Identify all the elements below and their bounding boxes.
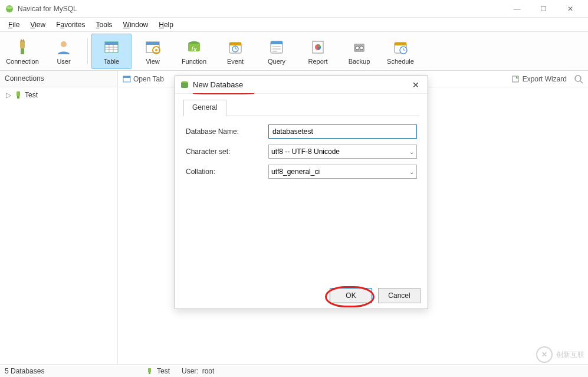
- svg-point-32: [356, 46, 359, 50]
- user-icon: [54, 38, 73, 57]
- expand-icon[interactable]: ▷: [5, 91, 12, 99]
- toolbar-user[interactable]: User: [44, 34, 84, 69]
- svg-rect-20: [229, 42, 241, 45]
- charset-value: utf8 -- UTF-8 Unicode: [271, 147, 340, 156]
- charset-label: Character set:: [186, 147, 268, 156]
- svg-rect-25: [271, 41, 282, 44]
- svg-point-16: [155, 49, 157, 51]
- dbname-input[interactable]: [268, 124, 417, 139]
- toolbar-label: Report: [308, 58, 327, 65]
- dbname-label: Database Name:: [186, 127, 268, 136]
- tab-general[interactable]: General: [183, 100, 226, 116]
- toolbar-event[interactable]: Event: [215, 34, 255, 69]
- menu-favorites[interactable]: Favorites: [51, 19, 90, 31]
- open-table-button[interactable]: Open Tab: [123, 75, 164, 83]
- svg-point-6: [61, 41, 67, 47]
- svg-line-43: [580, 81, 583, 83]
- menu-window[interactable]: Window: [119, 19, 153, 31]
- toolbar-query[interactable]: Query: [257, 34, 297, 69]
- new-database-dialog: New Database ✕ General Database Name: Ch…: [175, 76, 428, 309]
- chevron-down-icon: ⌄: [409, 149, 414, 155]
- watermark: ✕ 创新互联: [536, 346, 584, 363]
- toolbar-separator: [87, 38, 88, 64]
- svg-text:fx: fx: [191, 45, 197, 54]
- menubar: File View Favorites Tools Window Help: [0, 18, 588, 32]
- svg-rect-2: [20, 40, 25, 48]
- export-wizard-label: Export Wizard: [523, 75, 567, 83]
- database-icon: [180, 80, 189, 90]
- menu-file[interactable]: File: [4, 19, 24, 31]
- connections-header: Connections: [0, 71, 118, 87]
- svg-point-33: [360, 46, 363, 50]
- table-icon: [102, 38, 121, 57]
- svg-rect-45: [17, 96, 19, 99]
- toolbar-view[interactable]: View: [133, 34, 173, 69]
- svg-rect-46: [148, 368, 151, 372]
- collation-value: utf8_general_ci: [271, 168, 320, 176]
- chevron-down-icon: ⌄: [409, 169, 414, 175]
- connection-icon: [13, 38, 32, 57]
- svg-rect-3: [21, 48, 24, 54]
- schedule-icon: [391, 38, 410, 57]
- status-connection: Test: [157, 367, 170, 375]
- status-db-count: 5 Databases: [5, 367, 146, 375]
- svg-rect-44: [17, 91, 20, 96]
- toolbar-label: Function: [182, 58, 206, 65]
- open-table-label: Open Tab: [133, 75, 164, 83]
- toolbar-backup[interactable]: Backup: [339, 34, 379, 69]
- ok-button[interactable]: OK: [330, 288, 372, 303]
- app-icon: [5, 4, 14, 14]
- dialog-titlebar[interactable]: New Database ✕: [175, 76, 428, 94]
- titlebar: Navicat for MySQL — ☐ ✕: [0, 0, 588, 18]
- export-icon: [512, 75, 520, 83]
- toolbar-label: Table: [104, 58, 119, 65]
- toolbar-label: Connection: [6, 58, 39, 65]
- toolbar-connection[interactable]: Connection: [2, 34, 42, 69]
- menu-view[interactable]: View: [25, 19, 50, 31]
- toolbar-function[interactable]: fx Function: [174, 34, 214, 69]
- svg-rect-8: [105, 42, 118, 45]
- backup-icon: [350, 38, 369, 57]
- dialog-close-button[interactable]: ✕: [409, 78, 423, 92]
- open-table-icon: [123, 75, 131, 83]
- menu-help[interactable]: Help: [154, 19, 178, 31]
- menu-tools[interactable]: Tools: [91, 19, 117, 31]
- status-user-value: root: [202, 367, 215, 375]
- statusbar: 5 Databases Test User: root: [0, 364, 588, 377]
- svg-rect-14: [146, 42, 159, 45]
- minimize-button[interactable]: —: [504, 1, 530, 17]
- toolbar: Connection User Table View fx Function E…: [0, 32, 588, 71]
- window-title: Navicat for MySQL: [18, 5, 504, 13]
- toolbar-label: Backup: [349, 58, 370, 65]
- toolbar-label: Query: [268, 58, 285, 65]
- watermark-text: 创新互联: [556, 350, 584, 360]
- view-icon: [143, 38, 162, 57]
- toolbar-label: View: [146, 58, 160, 65]
- search-icon[interactable]: [574, 74, 583, 84]
- toolbar-schedule[interactable]: Schedule: [380, 34, 421, 69]
- collation-label: Collation:: [186, 168, 268, 176]
- toolbar-label: Schedule: [387, 58, 414, 65]
- close-button[interactable]: ✕: [557, 1, 583, 17]
- dialog-tabs: General: [183, 100, 419, 116]
- sidebar: ▷ Test: [0, 87, 118, 364]
- report-icon: [308, 38, 327, 57]
- svg-rect-47: [149, 372, 150, 374]
- tree-item-connection[interactable]: ▷ Test: [2, 90, 115, 100]
- export-wizard-button[interactable]: Export Wizard: [512, 75, 567, 83]
- watermark-logon-icon: ✕: [536, 346, 553, 363]
- tree-item-label: Test: [25, 91, 38, 99]
- connection-active-icon: [14, 91, 22, 99]
- svg-point-1: [6, 6, 12, 9]
- svg-rect-41: [513, 76, 518, 82]
- status-user-label: User:: [182, 367, 199, 375]
- charset-select[interactable]: utf8 -- UTF-8 Unicode ⌄: [268, 145, 417, 159]
- query-icon: [267, 38, 286, 57]
- cancel-button[interactable]: Cancel: [378, 288, 421, 303]
- maximize-button[interactable]: ☐: [530, 1, 557, 17]
- event-icon: [226, 38, 245, 57]
- toolbar-table[interactable]: Table: [91, 34, 132, 69]
- toolbar-report[interactable]: Report: [298, 34, 338, 69]
- status-connection-icon: [146, 368, 153, 375]
- collation-select[interactable]: utf8_general_ci ⌄: [268, 165, 417, 179]
